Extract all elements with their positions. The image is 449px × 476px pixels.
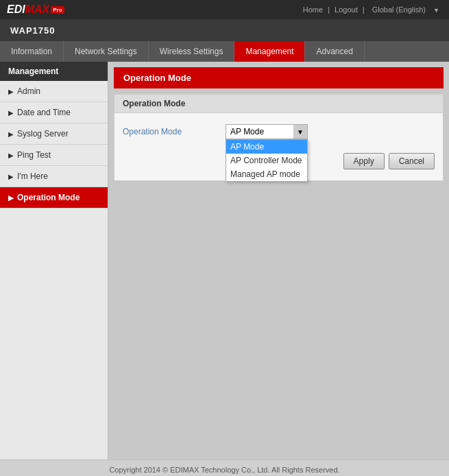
logout-link[interactable]: Logout (335, 5, 358, 14)
nav-information[interactable]: Information (0, 41, 64, 62)
sidebar-item-syslog[interactable]: ▶ Syslog Server (0, 123, 108, 145)
device-name: WAP1750 (10, 25, 56, 36)
sidebar-item-im-here[interactable]: ▶ I'm Here (0, 166, 108, 187)
dropdown-option-managed-ap[interactable]: Managed AP mode (226, 167, 307, 181)
panel-header: Operation Mode (114, 95, 443, 113)
page-title: Operation Mode (123, 73, 191, 83)
sidebar-item-syslog-label: Syslog Server (17, 129, 69, 139)
page-title-bar: Operation Mode (114, 67, 444, 88)
arrow-icon: ▶ (8, 109, 14, 117)
form-control-wrap: AP Mode ▼ AP Mode AP Controller Mode Man… (226, 124, 308, 139)
main-layout: Management ▶ Admin ▶ Date and Time ▶ Sys… (0, 62, 449, 460)
sidebar-item-imhere-label: I'm Here (17, 171, 48, 181)
sidebar-item-ping-label: Ping Test (17, 150, 51, 160)
content-panel: Operation Mode Operation Mode AP Mode ▼ … (114, 94, 444, 181)
sep1: | (328, 5, 330, 14)
arrow-icon: ▶ (8, 152, 14, 159)
home-link[interactable]: Home (303, 5, 323, 14)
form-row-operation-mode: Operation Mode AP Mode ▼ AP Mode AP Cont… (123, 124, 435, 139)
dropdown-option-ap-mode[interactable]: AP Mode (226, 140, 307, 154)
arrow-icon: ▶ (8, 130, 14, 138)
sidebar-item-opmode-label: Operation Mode (17, 193, 80, 202)
nav-wireless-settings[interactable]: Wireless Settings (149, 41, 235, 62)
sidebar-item-admin[interactable]: ▶ Admin (0, 81, 108, 102)
sidebar-item-date-time-label: Date and Time (17, 108, 71, 117)
sidebar-item-admin-label: Admin (17, 86, 40, 96)
operation-mode-select[interactable]: AP Mode (226, 124, 308, 139)
dropdown-list: AP Mode AP Controller Mode Managed AP mo… (226, 139, 308, 182)
logo-pro-badge: Pro (51, 6, 64, 14)
top-bar: EDIMAX Pro Home | Logout | Global (Engli… (0, 0, 449, 19)
panel-body: Operation Mode AP Mode ▼ AP Mode AP Cont… (114, 113, 443, 180)
sidebar: Management ▶ Admin ▶ Date and Time ▶ Sys… (0, 62, 108, 460)
select-wrapper: AP Mode ▼ AP Mode AP Controller Mode Man… (226, 124, 308, 139)
select-current-value: AP Mode (230, 127, 264, 136)
operation-mode-label: Operation Mode (123, 124, 226, 136)
arrow-icon: ▶ (8, 88, 14, 95)
sep2: | (363, 5, 365, 14)
nav-advanced[interactable]: Advanced (305, 41, 364, 62)
arrow-icon: ▶ (8, 173, 14, 180)
sidebar-item-operation-mode[interactable]: ▶ Operation Mode (0, 187, 108, 209)
device-bar: WAP1750 (0, 19, 449, 41)
language-label[interactable]: Global (English) (372, 5, 426, 14)
apply-button[interactable]: Apply (343, 153, 385, 169)
top-links: Home | Logout | Global (English) ▼ (303, 5, 442, 14)
footer: Copyright 2014 © EDIMAX Technology Co., … (0, 460, 449, 476)
sidebar-item-ping-test[interactable]: ▶ Ping Test (0, 145, 108, 166)
sidebar-header: Management (0, 62, 108, 81)
nav-management[interactable]: Management (234, 41, 305, 62)
chevron-down-icon: ▼ (433, 7, 439, 14)
footer-text: Copyright 2014 © EDIMAX Technology Co., … (109, 466, 339, 474)
logo-text: EDIMAX (7, 3, 49, 16)
arrow-icon: ▶ (8, 194, 14, 202)
nav-network-settings[interactable]: Network Settings (64, 41, 149, 62)
nav-bar: Information Network Settings Wireless Se… (0, 41, 449, 62)
content-area: Operation Mode Operation Mode Operation … (108, 62, 449, 460)
cancel-button[interactable]: Cancel (389, 153, 435, 169)
sidebar-item-date-time[interactable]: ▶ Date and Time (0, 102, 108, 123)
dropdown-option-ap-controller[interactable]: AP Controller Mode (226, 154, 307, 167)
logo: EDIMAX Pro (7, 3, 64, 16)
